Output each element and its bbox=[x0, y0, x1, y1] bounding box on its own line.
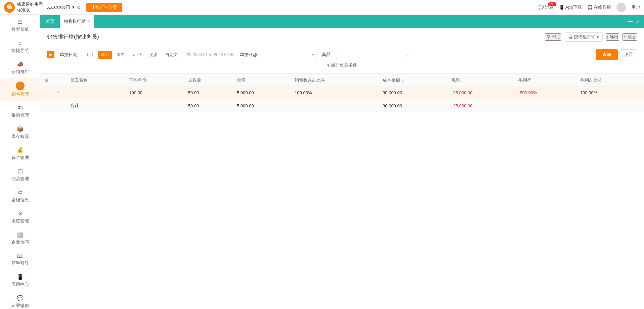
col-settings: ⚙ bbox=[40, 74, 53, 87]
row-sales-pct: 100.00% bbox=[291, 87, 379, 99]
expand-more-button[interactable]: ▾ 展开更多条件 bbox=[47, 60, 637, 70]
app-download-button[interactable]: 📱 App下载 bbox=[559, 4, 582, 10]
table-footer-row: 合计 50.00 5,000.00 30,000.00 -25,000.00 bbox=[40, 99, 644, 112]
username: 用户 bbox=[631, 4, 640, 10]
inventory-icon: 📦 bbox=[16, 125, 24, 133]
avatar[interactable] bbox=[616, 3, 626, 12]
table-area: ⚙ 员工名称 平均单价 主数量 bbox=[40, 74, 644, 309]
row-gross-pct: 100.00% bbox=[576, 87, 644, 99]
sidebar-item-operations[interactable]: 📋 经营管理 bbox=[0, 164, 40, 185]
sidebar-item-system[interactable]: ⚙ 系统管理 bbox=[0, 206, 40, 227]
footer-amount: 5,000.00 bbox=[233, 99, 291, 112]
footer-cost: 30,000.00 bbox=[379, 99, 447, 112]
sidebar-item-purchase[interactable]: 🛍 采购管理 bbox=[0, 101, 40, 122]
date-shortcuts: 上月 本月 本年 近7天 更多 自定义 bbox=[83, 51, 180, 59]
page-content: 销售排行榜(按业务员) ❓ 帮助 🖨 按模板打印 ▾ ↑ bbox=[40, 28, 644, 309]
shortcut-more[interactable]: 更多 bbox=[147, 51, 161, 59]
tab-expand-icon[interactable]: ⤢ bbox=[636, 18, 640, 25]
col-main-qty: 主数量 bbox=[184, 74, 233, 87]
col-sales-pct: 销售收入占比% bbox=[291, 74, 379, 87]
sidebar-item-wechat[interactable]: 💬 企业微信 bbox=[0, 291, 40, 309]
sidebar-item-finance[interactable]: 💰 资金管理 bbox=[0, 143, 40, 164]
refresh-icon: ↻ bbox=[623, 35, 627, 40]
settings-button[interactable]: 设置 bbox=[620, 49, 637, 60]
shortcut-last-7-days[interactable]: 近7天 bbox=[129, 51, 145, 59]
filter-bar: ▶ 单据日期 上月 本月 本年 近7天 更多 自定义 2023-06-01 至 … bbox=[40, 46, 644, 74]
sidebar-item-marketing[interactable]: 📣 营销推广 bbox=[0, 57, 40, 78]
shortcut-this-month[interactable]: 本月 bbox=[98, 51, 112, 59]
tab-sales-ranking[interactable]: 销售排行榜 × bbox=[60, 15, 94, 28]
goods-filter: ... bbox=[336, 51, 409, 59]
status-select[interactable] bbox=[263, 51, 316, 59]
sidebar-item-inventory[interactable]: 📦 库存核算 bbox=[0, 122, 40, 143]
search-order-icon: ☰ bbox=[16, 18, 24, 25]
headset-icon: 🎧 bbox=[587, 5, 593, 10]
page-header: 销售排行榜(按业务员) ❓ 帮助 🖨 按模板打印 ▾ ↑ bbox=[40, 28, 644, 46]
filter-collapse-icon[interactable]: ▶ bbox=[47, 51, 54, 58]
table-wrap: ⚙ 员工名称 平均单价 主数量 bbox=[40, 74, 644, 309]
sidebar-item-basic-info[interactable]: 🗂 基础信息 bbox=[0, 185, 40, 206]
export-button[interactable]: ↑ 导出 bbox=[606, 33, 619, 41]
sidebar-item-quick-nav[interactable]: ⌂ 快捷导航 bbox=[0, 36, 40, 57]
refresh-button[interactable]: ↻ 刷新 bbox=[622, 33, 637, 41]
content-area: 首页 销售排行榜 × — ⤢ 销售排行榜(按业务员) ❓ 帮助 bbox=[40, 15, 644, 309]
help-button[interactable]: ❓ 帮助 bbox=[545, 33, 561, 41]
sidebar-item-newbie[interactable]: 📖 新手引导 bbox=[0, 249, 40, 270]
sidebar-item-sales[interactable]: 🛒 销售管理 bbox=[0, 78, 40, 101]
settings-icon[interactable]: ⚙ bbox=[77, 5, 81, 10]
company-selector[interactable]: XXXXX公司 ▾ ⚙ bbox=[47, 4, 81, 10]
footer-gross: -25,000.00 bbox=[447, 99, 514, 112]
footer-avg-price bbox=[125, 99, 184, 112]
online-service-button[interactable]: 🎧 在线客服 bbox=[587, 4, 611, 10]
tab-home[interactable]: 首页 bbox=[40, 15, 60, 28]
logo-icon: 畅 bbox=[4, 2, 15, 13]
sidebar-item-app-center[interactable]: 📱 应用中心 bbox=[0, 270, 40, 291]
row-amount: 5,000.00 bbox=[233, 87, 291, 99]
table-header-row: ⚙ 员工名称 平均单价 主数量 bbox=[40, 74, 644, 87]
sidebar-item-search-order[interactable]: ☰ 搜索菜单 bbox=[0, 15, 40, 36]
goods-more-icon[interactable]: ... bbox=[406, 52, 409, 57]
page-actions: ❓ 帮助 🖨 按模板打印 ▾ ↑ 导出 ↻ bbox=[545, 32, 638, 42]
logo-text: 畅康通好生意 标准版 bbox=[17, 2, 43, 13]
row-gross: -25,000.00 bbox=[447, 87, 514, 99]
table-row: 1 100.00 50.00 5,000.00 100.00% 30,000.0… bbox=[40, 87, 644, 99]
basic-info-icon: 🗂 bbox=[16, 189, 24, 196]
print-button[interactable]: 🖨 按模板打印 ▾ bbox=[565, 32, 603, 42]
shortcut-this-year[interactable]: 本年 bbox=[114, 51, 128, 59]
shortcut-last-month[interactable]: 上月 bbox=[83, 51, 97, 59]
footer-label: 合计 bbox=[66, 99, 125, 112]
goods-input[interactable] bbox=[336, 51, 403, 59]
top-bar: 畅 畅康通好生意 标准版 XXXXX公司 ▾ ⚙ 体验行业方案 💬 消息 99+… bbox=[0, 0, 644, 15]
main-layout: ☰ 搜索菜单 ⌂ 快捷导航 📣 营销推广 🛒 销售管理 🛍 采购管理 📦 库存核… bbox=[0, 15, 644, 309]
tab-bar-actions: — ⤢ bbox=[628, 18, 644, 25]
wechat-icon: 💬 bbox=[16, 294, 24, 302]
col-gross-rate: 毛利率 bbox=[514, 74, 576, 87]
row-rank: 1 bbox=[53, 87, 66, 99]
tab-minimize-icon[interactable]: — bbox=[628, 18, 633, 24]
marketing-icon: 📣 bbox=[16, 60, 24, 68]
shortcut-custom[interactable]: 自定义 bbox=[162, 51, 180, 59]
col-amount: 全额 bbox=[233, 74, 291, 87]
print-dropdown-icon: ▾ bbox=[597, 35, 599, 40]
footer-gross-pct bbox=[576, 99, 644, 112]
sales-icon: 🛒 bbox=[16, 82, 25, 90]
column-settings-button[interactable]: ⚙ bbox=[44, 78, 49, 83]
col-employee-name: 员工名称 bbox=[66, 74, 125, 87]
row-avg-price: 100.00 bbox=[125, 87, 184, 99]
message-icon: 💬 bbox=[539, 5, 544, 10]
chevron-down-icon[interactable]: ▾ bbox=[72, 5, 75, 10]
query-button[interactable]: 查询 bbox=[596, 49, 618, 60]
sidebar: ☰ 搜索菜单 ⌂ 快捷导航 📣 营销推广 🛒 销售管理 🛍 采购管理 📦 库存核… bbox=[0, 15, 40, 309]
row-main-qty: 50.00 bbox=[184, 87, 233, 99]
message-badge: 99+ bbox=[548, 2, 556, 6]
footer-gross-rate bbox=[514, 99, 576, 112]
sidebar-item-enterprise[interactable]: 🏢 企业协同 bbox=[0, 227, 40, 249]
tab-close-icon[interactable]: × bbox=[88, 19, 90, 24]
cost-info-icon[interactable]: ⓘ bbox=[401, 78, 404, 83]
footer-main-qty: 50.00 bbox=[184, 99, 233, 112]
status-label: 单据状态 bbox=[240, 52, 257, 58]
message-button[interactable]: 💬 消息 99+ bbox=[539, 4, 554, 10]
date-range-display: 2023-06-01 至 2023-06-30 bbox=[187, 52, 234, 58]
date-label: 单据日期 bbox=[60, 52, 77, 58]
trial-button[interactable]: 体验行业方案 bbox=[86, 3, 122, 12]
